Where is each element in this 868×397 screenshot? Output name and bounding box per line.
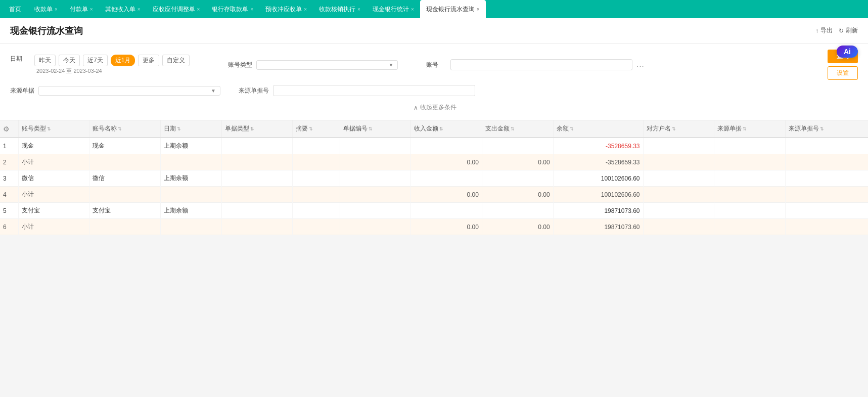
nav-tab-5[interactable]: 预收冲应收单 ×	[259, 0, 313, 18]
table-cell: 支付宝	[18, 203, 89, 219]
date-btn-7days[interactable]: 近7天	[83, 55, 108, 66]
ai-badge[interactable]: Ai	[837, 46, 858, 58]
table-cell	[340, 187, 411, 203]
source-doc-filter: 来源单据 ▼	[10, 86, 220, 96]
table-cell	[411, 138, 482, 154]
table-cell	[221, 219, 293, 235]
header-actions: ↑ 导出 ↻ 刷新	[815, 26, 858, 35]
table-cell	[714, 138, 786, 154]
nav-tab-6[interactable]: 收款核销执行 ×	[313, 0, 367, 18]
table-row: 4小计0.000.00100102606.60	[0, 187, 868, 203]
date-btn-custom[interactable]: 自定义	[162, 55, 190, 66]
table-cell: 支付宝	[89, 203, 161, 219]
nav-tab-1[interactable]: 付款单 ×	[64, 0, 99, 18]
sort-icon: ⇅	[672, 126, 676, 131]
th-source-doc[interactable]: 来源单据⇅	[714, 120, 786, 138]
close-icon[interactable]: ×	[250, 7, 253, 12]
table-cell	[785, 203, 868, 219]
close-icon[interactable]: ×	[197, 7, 200, 12]
table-cell	[221, 170, 293, 187]
close-icon[interactable]: ×	[304, 7, 307, 12]
gear-icon[interactable]: ⚙	[3, 125, 10, 133]
table-cell: 小计	[18, 154, 89, 170]
th-source-doc-no[interactable]: 来源单据号⇅	[785, 120, 868, 138]
source-doc-no-label: 来源单据号	[239, 86, 269, 95]
refresh-button[interactable]: ↻ 刷新	[839, 26, 858, 35]
table-cell	[714, 170, 786, 187]
source-doc-select[interactable]: ▼	[38, 86, 220, 96]
table-cell: 0.00	[482, 219, 553, 235]
close-icon[interactable]: ×	[90, 7, 93, 12]
th-account-name[interactable]: 账号名称⇅	[89, 120, 161, 138]
nav-tab-2[interactable]: 其他收入单 ×	[99, 0, 147, 18]
data-table: ⚙ 账号类型⇅ 账号名称⇅ 日期⇅ 单据类型⇅ 摘要⇅ 单据编号	[0, 120, 868, 235]
date-btn-more[interactable]: 更多	[138, 55, 159, 66]
sort-icon: ⇅	[47, 126, 51, 131]
table-body: 1现金现金上期余额-3528659.332小计0.000.00-3528659.…	[0, 138, 868, 235]
table-cell	[340, 203, 411, 219]
sort-icon: ⇅	[309, 126, 313, 131]
nav-home[interactable]: 首页	[2, 5, 28, 14]
table-cell: 现金	[18, 138, 89, 154]
close-icon[interactable]: ×	[477, 7, 480, 12]
account-filter: 账号 ...	[426, 59, 645, 70]
source-doc-no-input[interactable]	[273, 85, 475, 96]
settings-button[interactable]: 设置	[828, 66, 858, 80]
table-row: 2小计0.000.00-3528659.33	[0, 154, 868, 170]
table-row: 5支付宝支付宝上期余额19871073.60	[0, 203, 868, 219]
th-expense[interactable]: 支出金额⇅	[482, 120, 553, 138]
nav-tab-8[interactable]: 现金银行流水查询 ×	[420, 0, 486, 18]
date-btn-yesterday[interactable]: 昨天	[34, 55, 56, 66]
sort-icon: ⇅	[570, 126, 574, 131]
sort-icon: ⇅	[118, 126, 122, 131]
table-cell	[785, 219, 868, 235]
nav-tab-3[interactable]: 应收应付调整单 ×	[147, 0, 206, 18]
table-cell: 0.00	[411, 219, 482, 235]
close-icon[interactable]: ×	[138, 7, 141, 12]
table-area: ⚙ 账号类型⇅ 账号名称⇅ 日期⇅ 单据类型⇅ 摘要⇅ 单据编号	[0, 120, 868, 235]
table-cell	[160, 187, 221, 203]
sort-icon: ⇅	[177, 126, 181, 131]
account-input[interactable]	[450, 59, 632, 70]
table-cell	[785, 170, 868, 187]
table-cell: 19871073.60	[553, 203, 643, 219]
export-icon: ↑	[815, 27, 818, 34]
nav-tab-4[interactable]: 银行存取款单 ×	[206, 0, 259, 18]
th-doc-type[interactable]: 单据类型⇅	[221, 120, 293, 138]
date-btn-today[interactable]: 今天	[59, 55, 80, 66]
account-type-filter: 账号类型 ▼	[228, 60, 398, 70]
table-cell: 微信	[89, 170, 161, 187]
table-cell	[482, 170, 553, 187]
date-btn-1month[interactable]: 近1月	[111, 55, 135, 66]
export-button[interactable]: ↑ 导出	[815, 26, 833, 35]
th-summary[interactable]: 摘要⇅	[293, 120, 340, 138]
close-icon[interactable]: ×	[357, 7, 360, 12]
table-cell	[89, 154, 161, 170]
table-cell	[340, 138, 411, 154]
nav-tab-0[interactable]: 收款单 ×	[28, 0, 64, 18]
th-counterpart[interactable]: 对方户名⇅	[643, 120, 714, 138]
account-type-select[interactable]: ▼	[256, 60, 398, 70]
table-cell: 100102606.60	[553, 170, 643, 187]
table-cell: 现金	[89, 138, 161, 154]
nav-tab-7[interactable]: 现金银行统计 ×	[367, 0, 420, 18]
table-cell: 19871073.60	[553, 219, 643, 235]
close-icon[interactable]: ×	[411, 7, 414, 12]
account-more-button[interactable]: ...	[636, 61, 645, 68]
table-cell	[160, 154, 221, 170]
table-cell	[411, 170, 482, 187]
th-account-type[interactable]: 账号类型⇅	[18, 120, 89, 138]
table-cell	[643, 219, 714, 235]
th-income[interactable]: 收入金额⇅	[411, 120, 482, 138]
th-balance[interactable]: 余额⇅	[553, 120, 643, 138]
th-date[interactable]: 日期⇅	[160, 120, 221, 138]
collapse-bar[interactable]: ∧ 收起更多条件	[10, 101, 858, 116]
th-doc-no[interactable]: 单据编号⇅	[340, 120, 411, 138]
table-cell: -3528659.33	[553, 154, 643, 170]
table-cell	[221, 187, 293, 203]
close-icon[interactable]: ×	[55, 7, 58, 12]
table-cell: 3	[0, 170, 18, 187]
table-cell: 上期余额	[160, 138, 221, 154]
table-cell: 6	[0, 219, 18, 235]
refresh-icon: ↻	[839, 27, 844, 34]
